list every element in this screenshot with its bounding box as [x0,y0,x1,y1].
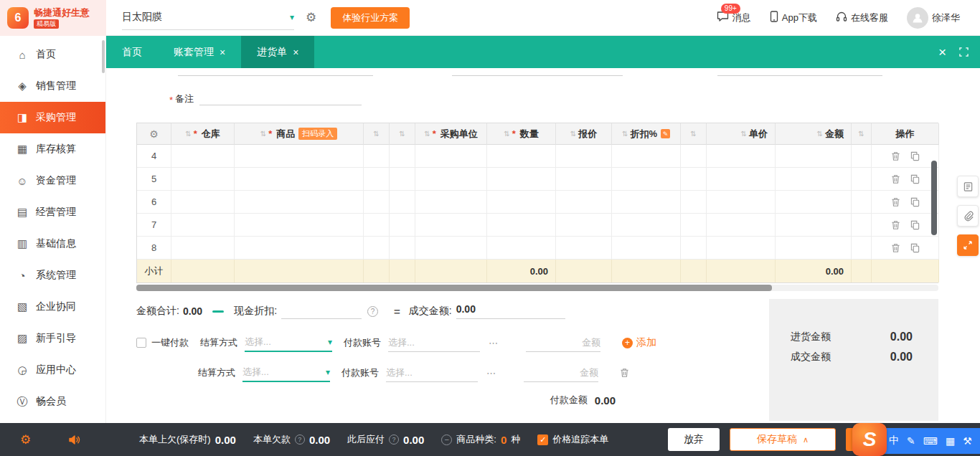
sidebar-item-funds[interactable]: ☺ 资金管理 [0,165,105,196]
help-icon[interactable]: ? [295,434,305,445]
horizontal-scrollbar[interactable] [136,285,772,291]
form-field-underline[interactable] [178,75,373,76]
help-icon[interactable]: ? [367,306,378,317]
sidebar-item-purchase[interactable]: ◨ 采购管理 [0,102,105,133]
table-cell[interactable] [390,168,415,191]
account-selector[interactable]: 日太阳膜 ▾ [122,6,294,30]
table-cell[interactable] [390,237,415,260]
pay-amount-input[interactable]: 金额 [526,333,600,352]
table-cell[interactable] [681,237,707,260]
table-cell[interactable] [487,168,556,191]
delete-row-icon[interactable] [891,174,900,184]
table-cell[interactable] [415,145,487,168]
table-cell[interactable] [707,191,776,214]
speaker-icon[interactable] [68,434,80,445]
close-tab-icon[interactable]: × [293,47,298,58]
tab-account-mgmt[interactable]: 账套管理 × [158,36,241,68]
pay-amount-input[interactable]: 金额 [524,364,598,382]
close-icon[interactable]: × [938,44,946,60]
table-cell[interactable] [681,191,707,214]
table-cell[interactable] [612,168,681,191]
column-header-quote[interactable]: ⇅ 报价 [556,123,612,145]
table-cell[interactable] [707,214,776,237]
table-cell[interactable] [612,191,681,214]
table-cell[interactable] [415,191,487,214]
column-header-product[interactable]: ⇅ * 商品 扫码录入 [235,123,364,145]
tab-purchase-order[interactable]: 进货单 × [241,36,314,68]
tab-home[interactable]: 首页 [106,36,158,68]
copy-row-icon[interactable] [910,197,920,207]
delete-row-icon[interactable] [891,151,900,161]
add-payment-row-button[interactable]: + 添加 [622,336,656,349]
column-header-amount[interactable]: ⇅ 金额 [776,123,852,145]
attachment-tool-button[interactable] [957,205,979,227]
sidebar-item-sales[interactable]: ◈ 销售管理 [0,70,105,102]
table-cell[interactable] [556,191,612,214]
column-header-quantity[interactable]: ⇅ * 数量 [487,123,556,145]
brand-logo[interactable]: 6 畅捷通好生意 精易版 [0,0,106,36]
table-cell[interactable] [364,168,390,191]
settle-method-select[interactable]: 选择... ▾ [242,364,330,382]
copy-row-icon[interactable] [910,151,920,161]
sidebar-item-operations[interactable]: ▤ 经营管理 [0,196,105,228]
form-field-underline[interactable] [717,75,882,76]
notes-tool-button[interactable] [957,176,979,197]
table-cell[interactable] [415,237,487,260]
online-service-button[interactable]: 在线客服 [836,11,888,24]
column-header-discount[interactable]: ⇅ 折扣% ✎ [612,123,681,145]
expand-tool-button[interactable] [957,234,979,256]
column-header-blank[interactable]: ⇅ [681,123,707,145]
more-options-icon[interactable]: ⋯ [489,338,499,348]
table-cell[interactable] [776,214,852,237]
table-cell[interactable] [681,168,707,191]
footer-gear-icon[interactable]: ⚙ [20,432,31,447]
column-header-warehouse[interactable]: ⇅ * 仓库 [171,123,235,145]
price-track-checkbox[interactable]: ✓ [537,434,548,445]
table-cell[interactable] [487,145,556,168]
delete-payment-row-icon[interactable] [620,368,629,378]
table-cell[interactable] [681,145,707,168]
discard-button[interactable]: 放弃 [668,428,720,451]
fullscreen-icon[interactable] [959,47,969,57]
table-cell[interactable] [415,214,487,237]
table-cell[interactable] [487,191,556,214]
ime-keyboard-icon[interactable]: ⌨ [923,435,938,447]
table-cell[interactable] [852,145,872,168]
table-cell[interactable] [852,168,872,191]
table-cell[interactable] [171,145,235,168]
table-cell[interactable] [612,145,681,168]
vertical-scrollbar[interactable] [931,161,937,235]
table-cell[interactable] [171,168,235,191]
sidebar-item-guide[interactable]: ▨ 新手引导 [0,323,105,354]
column-header-blank[interactable]: ⇅ [364,123,390,145]
edit-discount-icon[interactable]: ✎ [661,129,670,138]
app-download-button[interactable]: App下载 [770,11,817,24]
scan-entry-button[interactable]: 扫码录入 [298,128,337,140]
cash-discount-input[interactable] [281,303,362,319]
table-cell[interactable] [776,237,852,260]
form-field-underline[interactable] [452,75,623,76]
save-draft-button[interactable]: 保存草稿 ∧ [730,428,836,451]
messages-button[interactable]: 99+ 消息 [717,11,751,24]
ime-toolbox-icon[interactable]: ⚒ [963,435,972,447]
sidebar-item-membership[interactable]: Ⓥ 畅会员 [0,386,105,417]
table-cell[interactable] [681,214,707,237]
help-icon[interactable]: ? [389,434,399,445]
table-cell[interactable] [235,145,364,168]
table-cell[interactable] [390,214,415,237]
table-cell[interactable] [171,214,235,237]
table-cell[interactable] [487,237,556,260]
delete-row-icon[interactable] [891,243,900,253]
more-options-icon[interactable]: ⋯ [486,368,496,379]
table-cell[interactable] [364,145,390,168]
table-cell[interactable] [235,191,364,214]
one-click-pay-checkbox[interactable] [136,338,146,348]
table-cell[interactable] [556,168,612,191]
sidebar-item-collaboration[interactable]: ▧ 企业协同 [0,291,105,323]
copy-row-icon[interactable] [910,174,920,184]
sidebar-item-inventory[interactable]: ▦ 库存核算 [0,133,105,165]
table-cell[interactable] [707,237,776,260]
table-cell[interactable] [364,191,390,214]
table-cell[interactable] [235,214,364,237]
table-cell[interactable] [707,168,776,191]
